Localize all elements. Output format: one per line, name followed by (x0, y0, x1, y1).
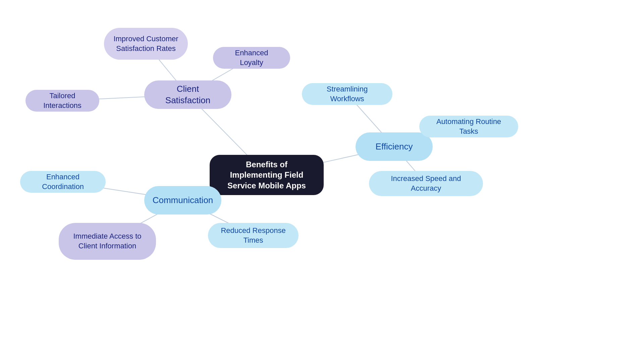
client-satisfaction-node: Client Satisfaction (144, 80, 231, 109)
center-label: Benefits of Implementing Field Service M… (219, 159, 314, 191)
client-satisfaction-label: Client Satisfaction (154, 83, 222, 106)
reduced-response-label: Reduced Response Times (217, 226, 289, 245)
immediate-access-node: Immediate Access to Client Information (59, 223, 156, 260)
improved-customer-node: Improved Customer Satisfaction Rates (104, 28, 188, 60)
enhanced-coordination-label: Enhanced Coordination (30, 172, 96, 191)
streamlining-workflows-node: Streamlining Workflows (302, 83, 392, 105)
enhanced-loyalty-label: Enhanced Loyalty (222, 48, 281, 67)
efficiency-label: Efficiency (376, 141, 413, 153)
tailored-interactions-label: Tailored Interactions (35, 91, 90, 110)
immediate-access-label: Immediate Access to Client Information (68, 232, 147, 251)
reduced-response-node: Reduced Response Times (208, 223, 299, 248)
efficiency-node: Efficiency (356, 132, 433, 161)
communication-label: Communication (153, 195, 213, 206)
increased-speed-node: Increased Speed and Accuracy (369, 171, 483, 196)
center-node: Benefits of Implementing Field Service M… (210, 155, 324, 195)
tailored-interactions-node: Tailored Interactions (25, 90, 99, 112)
automating-routine-label: Automating Routine Tasks (429, 117, 509, 136)
enhanced-loyalty-node: Enhanced Loyalty (213, 47, 290, 69)
enhanced-coordination-node: Enhanced Coordination (20, 171, 106, 193)
communication-node: Communication (144, 186, 221, 215)
increased-speed-label: Increased Speed and Accuracy (378, 174, 474, 193)
improved-customer-label: Improved Customer Satisfaction Rates (113, 34, 178, 53)
automating-routine-node: Automating Routine Tasks (419, 116, 518, 137)
streamlining-workflows-label: Streamlining Workflows (311, 84, 383, 104)
